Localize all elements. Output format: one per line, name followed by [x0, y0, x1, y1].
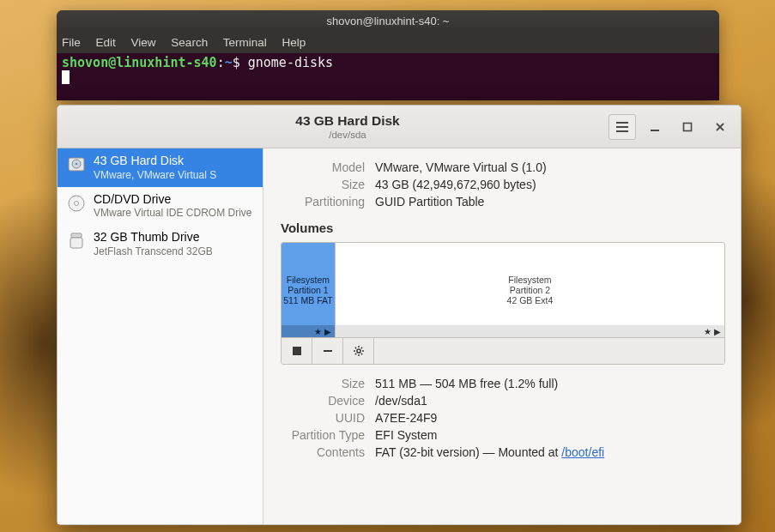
svg-rect-8 — [70, 238, 82, 248]
usb-drive-icon — [66, 231, 87, 251]
prompt-user: shovon@linuxhint-s40 — [62, 55, 217, 70]
gear-icon — [353, 345, 365, 357]
sidebar-item-label: 32 GB Thumb Drive — [94, 230, 213, 245]
terminal-window: shovon@linuxhint-s40: ~ File Edit View S… — [57, 10, 719, 100]
value-part-size: 511 MB — 504 MB free (1.2% full) — [375, 377, 558, 390]
label-contents: Contents — [263, 445, 375, 459]
label-size: Size — [263, 178, 375, 191]
unmount-button[interactable] — [282, 338, 312, 364]
disc-icon — [66, 193, 87, 214]
minimize-button[interactable] — [641, 114, 669, 140]
page-title: 43 GB Hard Disk — [92, 113, 603, 129]
menu-view[interactable]: View — [131, 36, 156, 49]
value-size: 43 GB (42,949,672,960 bytes) — [375, 178, 536, 191]
delete-partition-button[interactable] — [312, 338, 343, 364]
volume-card: Filesystem Partition 1 511 MB FAT ★ ▶ Fi… — [281, 242, 725, 365]
volumes-heading: Volumes — [281, 221, 725, 235]
value-contents: FAT (32-bit version) — Mounted at /boot/… — [375, 445, 604, 459]
sidebar-item-label: CD/DVD Drive — [94, 192, 251, 208]
value-device: /dev/sda1 — [375, 394, 427, 408]
hamburger-button[interactable] — [608, 114, 636, 140]
device-sidebar: 43 GB Hard Disk VMware, VMware Virtual S… — [58, 148, 263, 524]
menu-search[interactable]: Search — [171, 36, 208, 49]
value-partitioning: GUID Partition Table — [375, 195, 484, 209]
label-model: Model — [263, 160, 375, 174]
value-uuid: A7EE-24F9 — [375, 411, 437, 425]
maximize-icon — [682, 122, 693, 132]
svg-rect-9 — [293, 347, 301, 355]
sidebar-item-sublabel: JetFlash Transcend 32GB — [94, 245, 213, 258]
terminal-command: gnome-disks — [248, 55, 333, 70]
mount-point-link[interactable]: /boot/efi — [561, 445, 604, 459]
label-ptype: Partition Type — [263, 428, 375, 442]
menu-file[interactable]: File — [62, 36, 81, 49]
prompt-end: $ — [233, 55, 248, 70]
sidebar-item-sublabel: VMware Virtual IDE CDROM Drive — [94, 207, 251, 220]
close-icon — [715, 122, 725, 132]
svg-point-6 — [75, 201, 79, 205]
svg-rect-1 — [684, 123, 692, 130]
terminal-titlebar[interactable]: shovon@linuxhint-s40: ~ — [57, 10, 719, 33]
prompt-path: ~ — [225, 55, 233, 70]
svg-rect-10 — [324, 350, 332, 352]
value-ptype: EFI System — [375, 428, 437, 442]
terminal-title: shovon@linuxhint-s40: ~ — [327, 15, 450, 27]
prompt-sep: : — [217, 55, 225, 70]
minus-icon — [323, 346, 333, 356]
svg-point-4 — [76, 163, 78, 166]
partition-text-line: 42 GB Ext4 — [507, 295, 554, 305]
label-device: Device — [263, 394, 375, 408]
sidebar-item-cdrom[interactable]: CD/DVD Drive VMware Virtual IDE CDROM Dr… — [58, 187, 263, 226]
partition-text-line: Filesystem — [287, 275, 330, 285]
label-uuid: UUID — [263, 411, 375, 425]
terminal-body[interactable]: shovon@linuxhint-s40:~$ gnome-disks — [57, 53, 719, 88]
hamburger-icon — [616, 122, 628, 132]
sidebar-item-hdd[interactable]: 43 GB Hard Disk VMware, VMware Virtual S — [58, 148, 263, 187]
volume-partition-2[interactable]: Filesystem Partition 2 42 GB Ext4 ★ ▶ — [335, 243, 724, 337]
sidebar-item-label: 43 GB Hard Disk — [94, 154, 216, 169]
partition-text-line: Partition 2 — [510, 285, 550, 295]
partition-text-line: Filesystem — [508, 275, 551, 285]
partition-text-line: Partition 1 — [288, 285, 328, 295]
detail-pane: ModelVMware, VMware Virtual S (1.0) Size… — [263, 148, 741, 524]
partition-text-line: 511 MB FAT — [283, 295, 333, 305]
menu-help[interactable]: Help — [282, 36, 306, 49]
terminal-cursor — [62, 70, 70, 84]
more-actions-button[interactable] — [343, 338, 374, 364]
hdd-icon — [66, 154, 87, 175]
maximize-button[interactable] — [674, 114, 701, 140]
svg-rect-7 — [71, 233, 82, 238]
sidebar-item-usb[interactable]: 32 GB Thumb Drive JetFlash Transcend 32G… — [58, 225, 263, 263]
stop-icon — [293, 347, 301, 355]
star-icon: ★ — [704, 327, 711, 336]
label-partitioning: Partitioning — [263, 195, 375, 209]
play-icon: ▶ — [714, 327, 721, 336]
disks-header: 43 GB Hard Disk /dev/sda — [58, 106, 741, 148]
minimize-icon — [650, 122, 660, 132]
svg-point-11 — [356, 349, 360, 353]
terminal-menubar: File Edit View Search Terminal Help — [57, 33, 719, 53]
play-icon: ▶ — [324, 327, 331, 336]
menu-terminal[interactable]: Terminal — [223, 36, 267, 49]
value-model: VMware, VMware Virtual S (1.0) — [375, 160, 547, 174]
star-icon: ★ — [314, 327, 322, 336]
close-button[interactable] — [706, 114, 734, 140]
volume-toolbar — [282, 337, 724, 364]
menu-edit[interactable]: Edit — [96, 36, 116, 49]
svg-rect-0 — [651, 130, 659, 131]
disks-window: 43 GB Hard Disk /dev/sda — [57, 105, 742, 525]
page-subtitle: /dev/sda — [92, 130, 603, 140]
label-part-size: Size — [263, 377, 375, 390]
volume-partition-1[interactable]: Filesystem Partition 1 511 MB FAT ★ ▶ — [282, 243, 335, 337]
contents-prefix: FAT (32-bit version) — Mounted at — [375, 445, 561, 459]
sidebar-item-sublabel: VMware, VMware Virtual S — [94, 169, 216, 182]
